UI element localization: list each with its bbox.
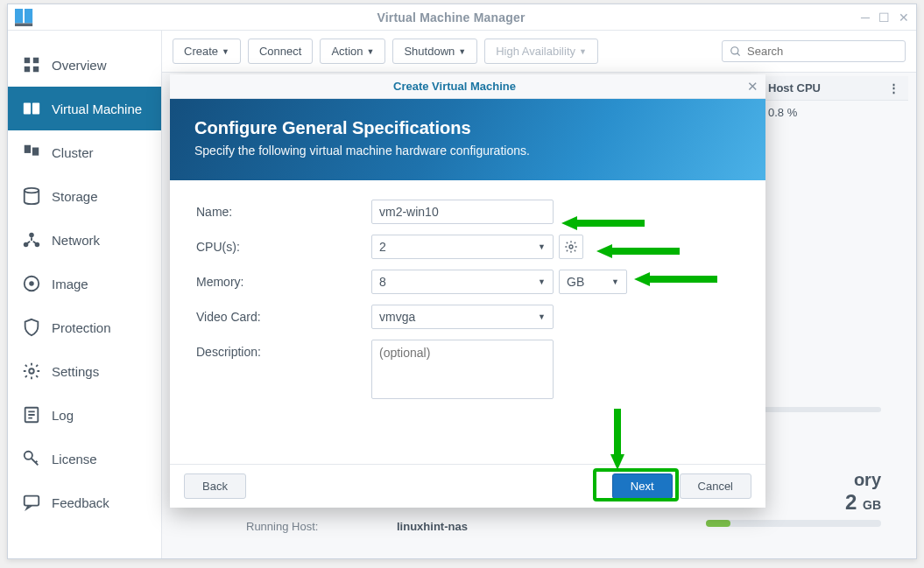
- modal-title: Create Virtual Machine: [170, 80, 739, 93]
- create-vm-modal: Create Virtual Machine ✕ Configure Gener…: [170, 74, 765, 508]
- sidebar-item-license[interactable]: License: [8, 437, 161, 480]
- svg-point-16: [29, 281, 34, 286]
- cluster-icon: [22, 143, 41, 162]
- back-button[interactable]: Back: [184, 473, 246, 499]
- description-label: Description:: [196, 340, 371, 359]
- svg-rect-2: [15, 23, 32, 26]
- toolbar: Create▼ Connect Action▼ Shutdown▼ High A…: [162, 31, 916, 73]
- cpu-select[interactable]: 2▼: [371, 235, 554, 259]
- sidebar-item-image[interactable]: Image: [8, 262, 161, 305]
- chevron-down-icon: ▼: [538, 242, 546, 251]
- sidebar-item-log[interactable]: Log: [8, 393, 161, 437]
- svg-point-12: [29, 233, 34, 238]
- host-cpu-value: 0.8 %: [759, 101, 908, 124]
- action-button[interactable]: Action▼: [320, 39, 385, 64]
- modal-banner: Configure General Specifications Specify…: [170, 99, 765, 180]
- sidebar-item-cluster[interactable]: Cluster: [8, 130, 161, 174]
- chevron-down-icon: ▼: [579, 47, 587, 56]
- window-close-button[interactable]: ✕: [899, 11, 909, 25]
- cancel-button[interactable]: Cancel: [680, 473, 751, 499]
- running-host-value: linuxhint-nas: [397, 520, 468, 533]
- svg-rect-0: [15, 9, 23, 23]
- svg-rect-20: [25, 496, 39, 506]
- sidebar-item-label: Log: [52, 408, 74, 423]
- video-card-select[interactable]: vmvga▼: [371, 305, 554, 329]
- host-cpu-column: Host CPU ⋮ 0.8 %: [759, 76, 908, 124]
- svg-rect-9: [25, 145, 31, 153]
- description-textarea[interactable]: [371, 340, 554, 399]
- memory-label: Memory:: [196, 270, 371, 289]
- sidebar-item-network[interactable]: Network: [8, 218, 161, 262]
- svg-point-39: [569, 245, 573, 249]
- app-icon: [15, 9, 34, 26]
- modal-titlebar: Create Virtual Machine ✕: [170, 74, 765, 99]
- name-input[interactable]: [371, 200, 554, 224]
- create-button[interactable]: Create▼: [173, 39, 241, 64]
- memory-value: 2: [845, 490, 857, 514]
- window-maximize-button[interactable]: ☐: [878, 11, 890, 25]
- high-availability-button[interactable]: High Availability▼: [484, 39, 598, 64]
- search-icon: [730, 46, 742, 58]
- storage-icon: [22, 186, 41, 206]
- running-host-label: Running Host:: [246, 520, 397, 533]
- chevron-down-icon: ▼: [538, 277, 546, 286]
- sidebar-item-settings[interactable]: Settings: [8, 349, 161, 393]
- sidebar-item-protection[interactable]: Protection: [8, 305, 161, 349]
- svg-point-11: [25, 188, 39, 193]
- svg-rect-10: [32, 148, 39, 156]
- svg-point-21: [731, 46, 738, 53]
- memory-unit-select[interactable]: GB▼: [559, 270, 627, 294]
- sidebar-item-storage[interactable]: Storage: [8, 174, 161, 218]
- sidebar-item-label: Overview: [52, 58, 107, 73]
- dashboard-icon: [22, 55, 41, 74]
- sidebar-item-label: Settings: [52, 364, 99, 379]
- shield-icon: [22, 318, 41, 337]
- memory-select[interactable]: 8▼: [371, 270, 554, 294]
- connect-button[interactable]: Connect: [248, 39, 313, 64]
- sidebar-item-label: Protection: [52, 320, 111, 335]
- sidebar: Overview Virtual Machine Cluster Storage…: [8, 31, 162, 558]
- chevron-down-icon: ▼: [538, 312, 546, 321]
- sidebar-item-label: Storage: [52, 189, 98, 204]
- sidebar-item-label: Network: [52, 233, 100, 248]
- gear-icon: [564, 240, 578, 254]
- sidebar-item-label: Feedback: [52, 495, 109, 510]
- shutdown-button[interactable]: Shutdown▼: [392, 39, 477, 64]
- app-window: Virtual Machine Manager ─ ☐ ✕ Overview V…: [7, 4, 917, 559]
- memory-unit: GB: [863, 498, 881, 512]
- column-menu-icon[interactable]: ⋮: [888, 81, 899, 95]
- chevron-down-icon: ▼: [458, 47, 466, 56]
- next-button[interactable]: Next: [612, 473, 673, 499]
- image-icon: [22, 274, 41, 293]
- search-box[interactable]: [722, 40, 906, 62]
- modal-close-button[interactable]: ✕: [739, 79, 765, 95]
- svg-rect-7: [24, 103, 31, 115]
- key-icon: [22, 449, 41, 468]
- cpu-settings-button[interactable]: [559, 235, 583, 259]
- svg-rect-3: [25, 58, 30, 63]
- chevron-down-icon: ▼: [222, 47, 229, 56]
- vm-icon: [22, 99, 41, 118]
- window-minimize-button[interactable]: ─: [861, 11, 870, 25]
- svg-rect-1: [25, 9, 32, 23]
- search-input[interactable]: [747, 45, 898, 58]
- svg-rect-8: [32, 103, 39, 115]
- log-icon: [22, 405, 41, 424]
- sidebar-item-virtual-machine[interactable]: Virtual Machine: [8, 87, 161, 130]
- modal-footer: Back Next Cancel: [170, 464, 765, 508]
- titlebar: Virtual Machine Manager ─ ☐ ✕: [8, 4, 916, 31]
- sidebar-item-label: Cluster: [52, 145, 94, 160]
- svg-rect-4: [33, 58, 39, 63]
- feedback-icon: [22, 493, 41, 512]
- modal-subheading: Specify the following virtual machine ha…: [194, 144, 741, 158]
- svg-point-19: [25, 452, 32, 459]
- chevron-down-icon: ▼: [611, 277, 619, 286]
- cpu-label: CPU(s):: [196, 235, 371, 254]
- chevron-down-icon: ▼: [367, 47, 375, 56]
- name-label: Name:: [196, 200, 371, 219]
- sidebar-item-label: Virtual Machine: [52, 102, 142, 116]
- gear-icon: [22, 361, 41, 381]
- sidebar-item-feedback[interactable]: Feedback: [8, 480, 161, 524]
- modal-heading: Configure General Specifications: [194, 118, 741, 138]
- sidebar-item-overview[interactable]: Overview: [8, 43, 161, 87]
